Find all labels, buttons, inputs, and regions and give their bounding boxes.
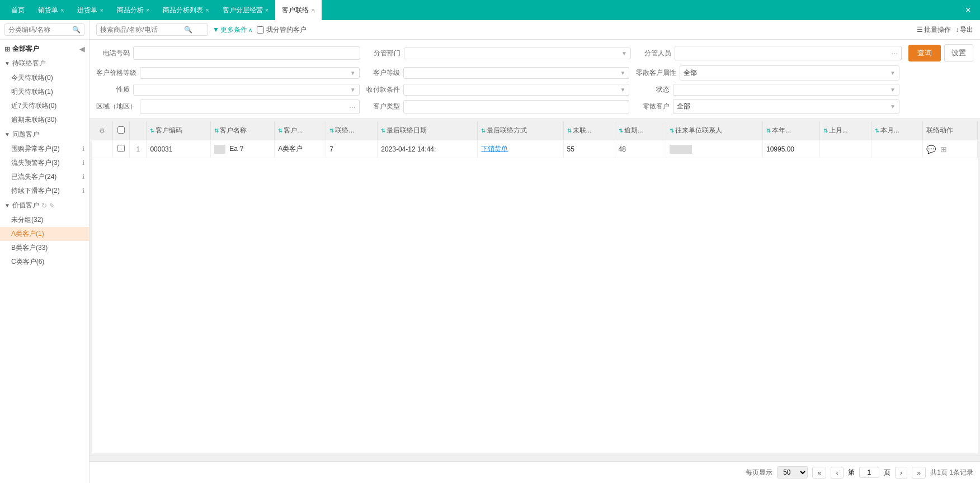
sidebar-item-churn-risk[interactable]: 流失预警客户(3) ℹ [0, 156, 89, 170]
customer-type-input[interactable] [403, 100, 630, 113]
col-code[interactable]: ⇅客户编码 [147, 121, 210, 140]
setting-btn[interactable]: 设置 [944, 44, 973, 62]
cell-index: 1 [130, 140, 147, 158]
more-filters-btn[interactable]: ▼ 更多条件 ∧ [213, 25, 252, 35]
sidebar-section-pending[interactable]: ▼ 待联络客户 [0, 56, 89, 71]
hscroll-inner [89, 456, 980, 457]
col-settings[interactable]: ⚙ [92, 121, 113, 140]
sidebar-item-overdue[interactable]: 逾期未联络(30) [0, 113, 89, 127]
col-no-contact[interactable]: ⇅未联... [563, 121, 615, 140]
retail-attr-chevron-icon: ▼ [890, 70, 896, 76]
col-name[interactable]: ⇅客户名称 [210, 121, 274, 140]
region-select[interactable]: ··· [140, 100, 360, 114]
comment-icon[interactable]: 💬 [926, 145, 936, 154]
filter-right-actions: ☰ 批量操作 ↓ 导出 [917, 25, 973, 35]
sidebar-item-tomorrow[interactable]: 明天待联络(1) [0, 85, 89, 99]
cell-last-method: 下销货单 [478, 140, 563, 158]
col-last-method[interactable]: ⇅最后联络方式 [478, 121, 563, 140]
nav-product-analysis-close[interactable]: × [146, 7, 149, 13]
nav-purchase-label: 进货单 [77, 6, 97, 15]
sidebar-section-value[interactable]: ▼ 价值客户 ↻ ✎ [0, 198, 89, 213]
retail-attr-select[interactable]: 全部 ▼ [680, 65, 899, 80]
col-unit-contact[interactable]: ⇅往来单位联系人 [666, 121, 763, 140]
refresh-icon[interactable]: ↻ [41, 202, 47, 210]
nature-select[interactable]: ▼ [133, 84, 360, 96]
sidebar-item-today[interactable]: 今天待联络(0) [0, 71, 89, 85]
nav-customer-contact[interactable]: 客户联络 × [275, 0, 321, 20]
page-input[interactable] [859, 467, 879, 478]
cell-no-contact: 55 [563, 140, 615, 158]
sidebar-item-churned[interactable]: 已流失客户(24) ℹ [0, 170, 89, 184]
filter-row-3: 性质 ▼ 收付款条件 ▼ 状态 [96, 84, 973, 96]
nav-home[interactable]: 首页 [4, 0, 31, 20]
status-label: 状态 [636, 85, 670, 94]
sidebar-item-c-class[interactable]: C类客户(6) [0, 255, 89, 269]
horizontal-scrollbar[interactable] [89, 456, 980, 461]
payment-select[interactable]: ▼ [403, 84, 630, 96]
nav-purchase[interactable]: 进货单 × [70, 0, 110, 20]
my-customers-checkbox[interactable] [257, 26, 264, 34]
row-checkbox[interactable] [117, 145, 125, 152]
section-value-label: 价值客户 [12, 201, 39, 210]
price-level-select[interactable]: ▼ [140, 67, 360, 79]
last-page-btn[interactable]: » [912, 467, 926, 479]
page-size-select[interactable]: 50 100 [777, 466, 808, 479]
nav-product-analysis-label: 商品分析 [117, 6, 144, 15]
nav-product-analysis[interactable]: 商品分析 × [110, 0, 156, 20]
arrow-down-icon-2: ▼ [4, 131, 10, 138]
col-this-year[interactable]: ⇅本年... [762, 121, 819, 140]
nav-sales[interactable]: 销货单 × [31, 0, 70, 20]
nav-product-list-close[interactable]: × [205, 7, 209, 13]
prev-page-btn[interactable]: ‹ [831, 467, 843, 479]
query-btn[interactable]: 查询 [908, 45, 941, 61]
sidebar-item-declining[interactable]: 持续下滑客户(2) ℹ [0, 184, 89, 198]
nav-product-list[interactable]: 商品分析列表 × [156, 0, 215, 20]
manager-label: 分管人员 [638, 49, 671, 58]
nav-sales-close[interactable]: × [60, 7, 64, 13]
nav-customer-segment[interactable]: 客户分层经营 × [216, 0, 275, 20]
col-last-month[interactable]: ⇅上月... [819, 121, 871, 140]
sidebar-collapse-btn[interactable]: ◀ [79, 45, 84, 53]
select-all-checkbox[interactable] [117, 126, 125, 134]
status-select[interactable]: ▼ [673, 84, 899, 96]
next-page-btn[interactable]: › [895, 467, 907, 479]
retail-customer-chevron-icon: ▼ [890, 103, 896, 110]
nav-customer-contact-close[interactable]: × [311, 7, 314, 13]
nav-customer-segment-close[interactable]: × [265, 7, 268, 13]
window-close-btn[interactable]: × [960, 4, 976, 16]
sidebar-section-problem[interactable]: ▼ 问题客户 [0, 127, 89, 142]
col-type[interactable]: ⇅客户... [275, 121, 326, 140]
nav-purchase-close[interactable]: × [100, 7, 103, 13]
col-last-date[interactable]: ⇅最后联络日期 [378, 121, 478, 140]
last-method-link[interactable]: 下销货单 [481, 145, 508, 153]
main-search-input[interactable] [100, 26, 184, 34]
search-icon[interactable]: 🔍 [184, 26, 192, 34]
sidebar-item-ungrouped[interactable]: 未分组(32) [0, 213, 89, 227]
customer-type-label: 客户类型 [366, 102, 400, 111]
sidebar-search-icon[interactable]: 🔍 [72, 26, 81, 34]
export-btn[interactable]: ↓ 导出 [955, 25, 973, 35]
filter-retail-customer: 零散客户 全部 ▼ [636, 99, 899, 114]
col-this-month[interactable]: ⇅本月... [871, 121, 922, 140]
retail-customer-text: 全部 [677, 102, 890, 111]
batch-ops-btn[interactable]: ☰ 批量操作 [917, 25, 951, 35]
sort-icon-unit-contact: ⇅ [670, 127, 674, 134]
phone-input[interactable] [133, 46, 360, 60]
sidebar-item-hoarding[interactable]: 囤购异常客户(2) ℹ [0, 142, 89, 156]
first-page-btn[interactable]: « [812, 467, 826, 479]
sidebar-item-a-class[interactable]: A类客户(1) [0, 227, 89, 241]
sidebar-item-7days[interactable]: 近7天待联络(0) [0, 99, 89, 113]
col-contact[interactable]: ⇅联络... [326, 121, 378, 140]
retail-customer-select[interactable]: 全部 ▼ [673, 99, 899, 114]
sort-icon-code: ⇅ [150, 127, 154, 134]
cell-actions: 💬 ⊞ [922, 140, 977, 158]
settings-icon[interactable]: ⚙ [99, 127, 105, 135]
edit-icon[interactable]: ✎ [49, 202, 55, 210]
dept-select[interactable]: ▼ [404, 48, 631, 59]
cell-overdue: 48 [615, 140, 666, 158]
manager-select[interactable]: ··· [675, 46, 902, 60]
sidebar-item-b-class[interactable]: B类客户(33) [0, 241, 89, 255]
customer-level-select[interactable]: ▼ [403, 67, 630, 79]
qr-icon[interactable]: ⊞ [940, 145, 947, 154]
col-overdue[interactable]: ⇅逾期... [615, 121, 666, 140]
